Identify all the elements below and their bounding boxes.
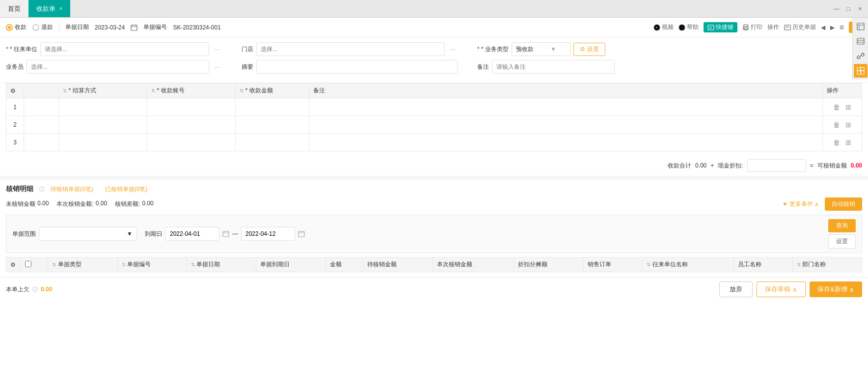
this-order-value: 0.00 — [41, 286, 52, 293]
due-date-label: 到期日 — [145, 230, 163, 238]
abandon-btn[interactable]: 放弃 — [719, 281, 753, 297]
pending-tab[interactable]: 待核销单据(0笔) — [51, 185, 93, 194]
operation-btn[interactable]: 操作 — [767, 23, 779, 31]
number-value: SK-20230324-001 — [173, 24, 220, 31]
radio-receive[interactable]: 收款 — [6, 23, 27, 31]
svg-rect-7 — [744, 28, 747, 30]
right-sidebar — [852, 18, 868, 80]
date-value: 2023-03-24 — [95, 24, 125, 31]
th-dept-name: ⇅ 部门名称 — [792, 257, 862, 272]
auto-verify-btn[interactable]: 自动核销 — [825, 197, 862, 211]
remark-input[interactable] — [492, 60, 615, 74]
store-input[interactable] — [256, 42, 445, 56]
this-time-value: 0.00 — [96, 200, 107, 208]
svg-rect-15 — [861, 67, 864, 71]
row3-delete-icon[interactable]: 🗑 — [832, 138, 841, 147]
done-tab[interactable]: 已核销单据(0笔) — [105, 185, 148, 194]
filter-setting-btn[interactable]: 设置 — [828, 234, 856, 249]
main-table: ⚙ ⇅ * 结算方式 ⇅ * 收款账号 ⇅ * 收款金额 — [6, 83, 862, 151]
svg-rect-4 — [708, 25, 714, 30]
th-discount: 折扣分摊额 — [514, 257, 583, 272]
nav-next-btn[interactable]: ▶ — [830, 24, 835, 31]
summary-input[interactable] — [256, 60, 458, 74]
settings-btn[interactable]: ⚙ 设置 — [573, 43, 605, 56]
header-toolbar: 收款 退款 单据日期 2023-03-24 单据编号 SK-20230324-0… — [0, 18, 868, 37]
verify-info-icon[interactable]: ⓘ — [39, 186, 45, 193]
sidebar-link-icon[interactable] — [854, 49, 868, 63]
window-close-btn[interactable]: × — [856, 5, 864, 13]
shortcut-btn[interactable]: 快捷键 — [704, 22, 737, 32]
window-minimize-btn[interactable]: — — [833, 5, 841, 13]
svg-text:?: ? — [680, 26, 683, 30]
print-btn[interactable]: 打印 — [742, 23, 762, 31]
radio-receive-dot — [6, 24, 13, 31]
row3-copy-icon[interactable]: ⊞ — [843, 138, 853, 147]
list-view-btn[interactable]: ≡ — [840, 23, 844, 32]
th-remark: 备注 — [309, 84, 823, 98]
calendar-icon[interactable] — [131, 24, 137, 31]
sidebar-expand-icon[interactable] — [854, 64, 868, 78]
query-btn[interactable]: 查询 — [828, 219, 856, 232]
range-select[interactable]: ▼ — [39, 227, 137, 241]
discount-input[interactable] — [747, 159, 806, 172]
th-operation: 操作 — [823, 84, 862, 98]
salesperson-more-btn[interactable]: ··· — [212, 63, 222, 71]
video-btn[interactable]: 视频 — [653, 23, 674, 31]
verify-title: 核销明细 — [6, 185, 33, 194]
row1-delete-icon[interactable]: 🗑 — [832, 102, 841, 112]
calendar-end-icon[interactable] — [298, 230, 305, 237]
counterpart-label: * * 往来单位 — [6, 45, 37, 54]
row2-delete-icon[interactable]: 🗑 — [832, 120, 841, 130]
tab-home[interactable]: 首页 — [0, 0, 28, 17]
th-checkbox-col — [21, 257, 48, 272]
bottom-table: ⚙ ⇅ 单据类型 ⇅ 单据编号 ⇅ 单据日期 — [6, 257, 862, 272]
salesperson-label: 业务员 — [6, 63, 24, 71]
store-more-btn[interactable]: ··· — [448, 45, 458, 53]
available-label: 可核销金额 — [817, 162, 847, 170]
due-date-end-input[interactable] — [241, 227, 295, 241]
business-type-select[interactable]: 预收款 ▼ — [512, 42, 570, 56]
filter-row: 单据范围 ▼ 到期日 — 查询 设置 — [6, 215, 862, 253]
counterpart-input[interactable] — [40, 42, 209, 56]
calendar-start-icon[interactable] — [222, 230, 229, 237]
due-date-start-input[interactable] — [165, 227, 219, 241]
th-row-num — [24, 84, 59, 98]
radio-refund-dot — [32, 24, 39, 31]
section-divider — [0, 176, 868, 180]
svg-rect-0 — [131, 25, 137, 30]
divider — [59, 23, 59, 32]
nav-prev-btn[interactable]: ◀ — [821, 24, 825, 31]
row1-copy-icon[interactable]: ⊞ — [843, 102, 853, 112]
th-doc-number: ⇅ 单据编号 — [117, 257, 187, 272]
counterpart-more-btn[interactable]: ··· — [212, 45, 222, 53]
salesperson-input[interactable] — [27, 60, 209, 74]
diff-value: 0.00 — [142, 200, 153, 208]
sidebar-table-icon[interactable] — [854, 20, 868, 33]
row2-copy-icon[interactable]: ⊞ — [843, 120, 853, 130]
window-maximize-btn[interactable]: □ — [844, 5, 852, 13]
svg-rect-12 — [857, 23, 864, 30]
this-time-label: 本次核销金额: — [56, 200, 93, 208]
th-employee-name: 员工名称 — [733, 257, 792, 272]
table-row: 1 🗑 ⊞ — [6, 98, 862, 116]
sidebar-list-icon[interactable] — [854, 34, 868, 48]
discount-label: 现金折扣: — [718, 162, 743, 170]
save-btn[interactable]: 保存&新增 ∧ — [810, 281, 862, 297]
help-btn[interactable]: ? 帮助 — [678, 23, 699, 31]
draft-btn[interactable]: 保存草稿 ∧ — [757, 281, 806, 297]
date-label: 单据日期 — [65, 23, 89, 31]
range-label: 单据范围 — [12, 230, 36, 238]
select-all-checkbox[interactable] — [25, 261, 31, 267]
footer-info-icon[interactable]: ⓘ — [32, 286, 38, 293]
page-footer: 本单上欠 ⓘ 0.00 放弃 保存草稿 ∧ 保存&新增 ∧ — [0, 277, 868, 301]
history-btn[interactable]: 历史单据 — [784, 23, 816, 31]
total-value: 0.00 — [695, 162, 706, 169]
more-conditions-btn[interactable]: 更多条件 ∧ — [782, 200, 819, 208]
total-label: 收款合计 — [668, 162, 691, 170]
table-gear-th[interactable]: ⚙ — [6, 84, 24, 98]
tab-close-icon[interactable]: × — [59, 6, 62, 11]
th-sales-order: 销售订单 — [584, 257, 643, 272]
radio-refund[interactable]: 退款 — [32, 23, 53, 31]
tab-active[interactable]: 收款单 × — [28, 0, 70, 17]
svg-rect-17 — [861, 71, 864, 74]
